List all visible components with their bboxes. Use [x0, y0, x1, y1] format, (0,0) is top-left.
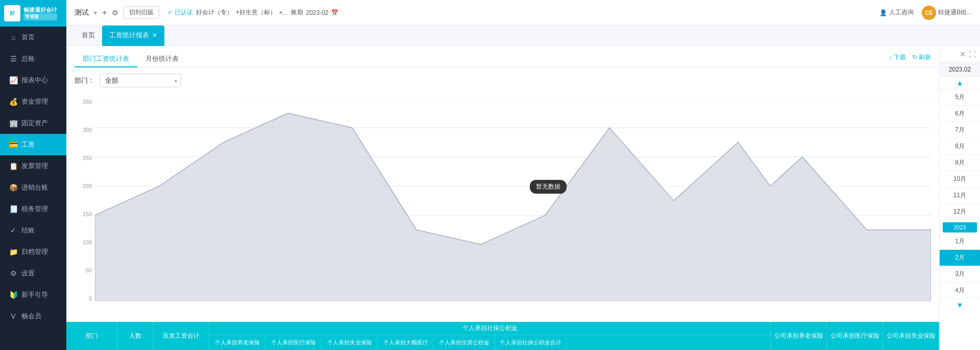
reports-icon: 📈 — [9, 76, 17, 84]
chart-container: 350 300 250 200 150 100 50 0 — [75, 99, 931, 317]
close-icon[interactable]: ✕ — [960, 50, 966, 58]
sidebar-item-label: 税务管理 — [21, 204, 48, 214]
calendar-icon[interactable]: 📅 — [331, 9, 338, 16]
sidebar-item-label: 归档管理 — [21, 247, 48, 256]
member-icon: V — [9, 312, 17, 320]
right-panel-close-bar: ✕ ⛶ — [940, 46, 980, 63]
funds-icon: 💰 — [9, 98, 17, 106]
home-icon: ⌂ — [9, 33, 17, 41]
sidebar-item-salary[interactable]: 💳 工资 — [0, 134, 66, 155]
topbar: 测试 ▾ + ⚙ 切到旧版 ✓ 已认证 好会计（专） +好生意（标） +... … — [66, 0, 980, 26]
col-personal-housing: 个人承担住房公积金 — [434, 335, 495, 350]
settings-icon: ⚙ — [9, 269, 17, 277]
content-area: 部门工资统计表 月份统计表 ↓ 下载 ↻ 刷新 部门： 全部 部门A 部门B — [66, 46, 980, 350]
month-4[interactable]: 4月 — [940, 283, 980, 299]
chevron-down-icon[interactable]: ▾ — [94, 9, 97, 16]
switch-version-button[interactable]: 切到旧版 — [124, 6, 159, 19]
tab-home[interactable]: 首页 — [75, 26, 102, 46]
logo-badge: 专业版 — [23, 13, 57, 20]
nav-down-icon[interactable]: ▼ — [957, 301, 964, 309]
month-10[interactable]: 10月 — [940, 171, 980, 188]
sidebar-item-label: 新手引导 — [21, 290, 48, 299]
sidebar-item-invoice[interactable]: 📋 发票管理 — [0, 155, 66, 177]
sub-tabs: 部门工资统计表 月份统计表 ↓ 下载 ↻ 刷新 — [66, 46, 939, 67]
y-axis: 350 300 250 200 150 100 50 0 — [75, 99, 95, 301]
sidebar-item-label: 畅会员 — [21, 312, 41, 321]
logo-text: 畅捷通好会计 专业版 — [23, 6, 57, 20]
sidebar-logo: 好 畅捷通好会计 专业版 — [0, 0, 66, 27]
nav-up-icon[interactable]: ▲ — [957, 79, 964, 87]
expand-icon[interactable]: ⛶ — [969, 50, 976, 58]
sidebar-item-label: 总账 — [21, 54, 35, 63]
sidebar-item-home[interactable]: ⌂ 首页 — [0, 27, 66, 48]
sidebar-item-archive[interactable]: 📁 归档管理 — [0, 241, 66, 263]
assets-icon: 🏢 — [9, 119, 17, 127]
group-header: 个人承担社保公积金 — [209, 322, 770, 335]
download-button[interactable]: ↓ 下载 — [889, 53, 905, 62]
month-2-active[interactable]: 2月 — [940, 250, 980, 266]
filter-bar: 部门： 全部 部门A 部门B ▾ — [66, 67, 939, 94]
topbar-right: 👤 人工咨询 CE 轻捷通B组... — [879, 6, 972, 20]
month-3[interactable]: 3月 — [940, 266, 980, 283]
user-name: 轻捷通B组... — [938, 8, 972, 17]
user-info[interactable]: CE 轻捷通B组... — [922, 6, 972, 20]
topbar-tags: ✓ 已认证 好会计（专） +好生意（标） +... 账期 2023-02 📅 — [167, 8, 338, 17]
month-11[interactable]: 11月 — [940, 188, 980, 204]
month-12[interactable]: 12月 — [940, 204, 980, 220]
sidebar-item-settings[interactable]: ⚙ 设置 — [0, 263, 66, 284]
sidebar-item-label: 资金管理 — [21, 97, 48, 106]
sidebar-item-label: 发票管理 — [21, 161, 48, 171]
refresh-button[interactable]: ↻ 刷新 — [912, 53, 931, 62]
month-8[interactable]: 8月 — [940, 138, 980, 155]
period-label: 账期 — [291, 8, 303, 17]
sidebar-item-sales[interactable]: 📦 进销台账 — [0, 177, 66, 198]
chart-svg-area: 暂无数据 — [95, 99, 931, 301]
year-label: 2023.02 — [940, 63, 980, 77]
sidebar-item-label: 进销台账 — [21, 183, 48, 192]
sidebar-item-funds[interactable]: 💰 资金管理 — [0, 91, 66, 112]
table-header: 部门 人数 应发工资合计 个人承担社保公积金 个人承担养老保险 — [66, 322, 939, 350]
certified-tag: ✓ 已认证 — [167, 8, 192, 17]
department-select[interactable]: 全部 部门A 部门B — [100, 74, 181, 87]
month-1[interactable]: 1月 — [940, 234, 980, 250]
sidebar-item-member[interactable]: V 畅会员 — [0, 306, 66, 327]
right-panel: ✕ ⛶ 2023.02 ▲ 5月 6月 7月 8月 9月 10月 11月 12月… — [939, 46, 980, 350]
service-icon: 👤 — [879, 9, 887, 16]
sidebar-item-reports[interactable]: 📈 报表中心 — [0, 69, 66, 91]
chart-svg — [95, 99, 931, 301]
y-label-50: 50 — [86, 267, 92, 273]
period-value: 2023-02 📅 — [306, 9, 338, 16]
month-5[interactable]: 5月 — [940, 89, 980, 106]
tab-close-icon[interactable]: ✕ — [152, 32, 157, 39]
y-label-0: 0 — [89, 295, 92, 301]
month-6[interactable]: 6月 — [940, 106, 980, 122]
sidebar-item-tax[interactable]: 🧾 税务管理 — [0, 198, 66, 220]
main-area: 测试 ▾ + ⚙ 切到旧版 ✓ 已认证 好会计（专） +好生意（标） +... … — [66, 0, 980, 350]
tab-salary-report[interactable]: 工资统计报表 ✕ — [102, 26, 164, 46]
sidebar-item-label: 固定资产 — [21, 119, 48, 128]
sub-tab-monthly[interactable]: 月份统计表 — [137, 51, 187, 67]
x-axis — [95, 301, 931, 301]
sidebar-item-checkout[interactable]: ✓ 结账 — [0, 220, 66, 241]
add-button[interactable]: + — [102, 8, 107, 17]
y-label-100: 100 — [83, 239, 92, 245]
month-7[interactable]: 7月 — [940, 122, 980, 138]
sub-tab-dept[interactable]: 部门工资统计表 — [75, 51, 137, 67]
y-label-300: 300 — [83, 127, 92, 133]
sidebar-item-guide[interactable]: 🔰 新手引导 — [0, 284, 66, 306]
human-service-button[interactable]: 👤 人工咨询 — [879, 8, 914, 17]
tab-salary-label: 工资统计报表 — [109, 31, 149, 40]
user-avatar: CE — [922, 6, 936, 20]
nav-up: ▲ — [940, 77, 980, 89]
tag-accounting: 好会计（专） — [196, 8, 233, 17]
group-cols: 个人承担养老保险 个人承担医疗保险 个人承担失业保险 个人承担大额医疗 个人承担 — [209, 335, 770, 350]
sidebar-item-label: 报表中心 — [21, 76, 48, 85]
settings-button[interactable]: ⚙ — [112, 9, 118, 17]
sidebar-item-fixed-assets[interactable]: 🏢 固定资产 — [0, 112, 66, 134]
sidebar-item-label: 结账 — [21, 226, 35, 235]
sidebar: 好 畅捷通好会计 专业版 ⌂ 首页 ☰ 总账 📈 报表中心 💰 资金管理 🏢 固… — [0, 0, 66, 350]
sidebar-item-general-ledger[interactable]: ☰ 总账 — [0, 48, 66, 69]
month-9[interactable]: 9月 — [940, 155, 980, 171]
col-personal-total: 个人承担社保公积金合计 — [495, 335, 567, 350]
ledger-icon: ☰ — [9, 55, 17, 63]
